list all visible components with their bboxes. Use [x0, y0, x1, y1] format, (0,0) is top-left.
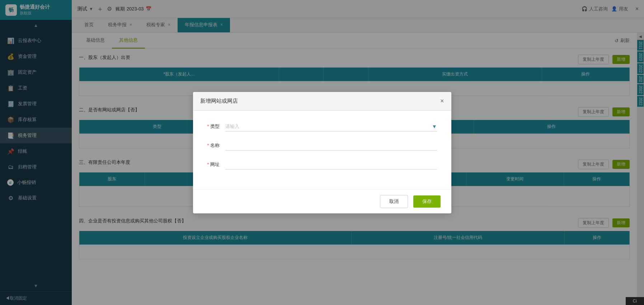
url-label-text: 网址: [210, 162, 220, 167]
name-label: * 名称: [207, 142, 225, 149]
form-row-type: * 类型 ▼: [207, 121, 437, 131]
type-required-mark: *: [207, 124, 209, 129]
modal-footer: 取消 保存: [193, 189, 451, 213]
modal-close-button[interactable]: ×: [440, 97, 444, 105]
modal-body: * 类型 ▼ * 名称 * 网址: [193, 111, 451, 189]
name-label-text: 名称: [210, 143, 220, 148]
modal-add-website: 新增网站或网店 × * 类型 ▼ * 名称: [193, 92, 451, 213]
modal-title: 新增网站或网店: [200, 98, 238, 105]
type-input-wrap: ▼: [225, 121, 437, 131]
form-row-url: * 网址: [207, 160, 437, 170]
save-button[interactable]: 保存: [413, 195, 441, 208]
form-row-name: * 名称: [207, 140, 437, 151]
name-input-wrap: [225, 140, 437, 151]
type-input[interactable]: [225, 121, 437, 131]
type-label-text: 类型: [210, 124, 220, 129]
url-input[interactable]: [225, 160, 437, 170]
type-label: * 类型: [207, 123, 225, 130]
url-required-mark: *: [207, 162, 209, 167]
name-input[interactable]: [225, 140, 437, 151]
modal-overlay: 新增网站或网店 × * 类型 ▼ * 名称: [0, 0, 644, 305]
url-label: * 网址: [207, 161, 225, 168]
url-input-wrap: [225, 160, 437, 170]
modal-header: 新增网站或网店 ×: [193, 92, 451, 111]
cancel-button[interactable]: 取消: [380, 195, 408, 208]
name-required-mark: *: [207, 143, 209, 148]
